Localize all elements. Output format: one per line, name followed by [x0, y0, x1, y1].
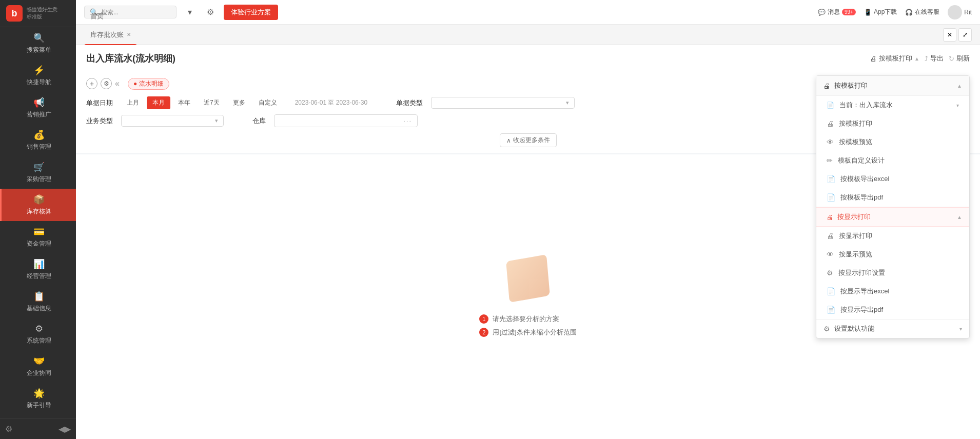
sidebar: b 畅捷通好生意 标准版 🔍搜索菜单⚡快捷导航📢营销推广💰销售管理🛒采购管理📦库…: [0, 0, 76, 439]
tabbar-actions: ✕ ⤢: [943, 28, 972, 42]
online-service-button[interactable]: 🎧 在线客服: [905, 8, 939, 16]
sidebar-item-operation[interactable]: 📊经营管理: [0, 253, 76, 286]
dropdown-item-preview_display[interactable]: 👁按显示预览: [816, 245, 969, 264]
sidebar-item-inventory[interactable]: 📦库存核算: [0, 189, 76, 221]
app-name: 畅捷通好生意 标准版: [27, 6, 57, 21]
sidebar-item-purchase[interactable]: 🛒采购管理: [0, 156, 76, 189]
empty-icon-box: [506, 254, 550, 303]
app-download-icon: 📱: [864, 9, 872, 16]
dropdown-item-label: 模板自定义设计: [838, 156, 885, 165]
headset-icon: 🎧: [905, 9, 913, 16]
filter-tag-icon: ●: [133, 80, 137, 87]
sidebar-item-label: 基础信息: [27, 304, 51, 313]
sidebar-item-finance[interactable]: 💳资金管理: [0, 221, 76, 253]
refresh-button[interactable]: ↻ 刷新: [949, 54, 970, 63]
export_pdf_display-icon: 📄: [827, 306, 835, 314]
selected-filter-display: ● 流水明细: [128, 78, 169, 90]
sidebar-item-appcenter[interactable]: 🔲应用中心: [0, 415, 76, 418]
search-icon: 🔍: [33, 32, 45, 44]
filter-collapse-button[interactable]: «: [115, 79, 120, 88]
sidebar-settings-icon[interactable]: ⚙: [5, 424, 12, 434]
topbar: 🔍 ▾ ⚙ 体验行业方案 💬 消息 99+ 📱 App下载 🎧 在线客服 Rit: [76, 0, 980, 25]
close-all-tabs-button[interactable]: ✕: [943, 28, 956, 42]
filter-settings-button[interactable]: ⚙: [101, 78, 112, 89]
print_display-icon: 🖨: [827, 232, 834, 240]
marketing-icon: 📢: [33, 97, 45, 108]
print_settings_display-icon: ⚙: [827, 269, 833, 277]
sidebar-collapse-icon[interactable]: ◀▶: [58, 424, 71, 434]
expand-tabs-button[interactable]: ⤢: [958, 28, 972, 42]
dropdown-item-print_settings_display[interactable]: ⚙按显示打印设置: [816, 264, 969, 282]
preview_display-icon: 👁: [827, 250, 834, 258]
topbar-settings-icon[interactable]: ⚙: [203, 5, 218, 19]
sidebar-item-basic[interactable]: 📋基础信息: [0, 286, 76, 318]
dropdown-item-label: 按模板打印: [839, 119, 872, 128]
sidebar-item-guide[interactable]: 🌟新手引导: [0, 383, 76, 415]
date-filter-tag-current_year[interactable]: 本年: [172, 96, 196, 109]
printer-icon: 🖨: [870, 55, 877, 63]
page-actions: 🖨 按模板打印 ▲ ⤴ 导出 ↻ 刷新 🖨: [870, 54, 970, 63]
dropdown-item-print_display[interactable]: 🖨按显示打印: [816, 227, 969, 245]
guide-icon: 🌟: [33, 388, 45, 399]
topbar-dropdown-icon[interactable]: ▾: [183, 5, 197, 19]
warehouse-select[interactable]: ···: [274, 114, 418, 127]
date-filter-tag-more[interactable]: 更多: [227, 96, 251, 109]
step-1-number: 1: [479, 314, 488, 324]
sidebar-item-quick[interactable]: ⚡快捷导航: [0, 59, 76, 92]
export-button[interactable]: ⤴ 导出: [925, 54, 944, 63]
dropdown-item-export_excel_display[interactable]: 📄按显示导出excel: [816, 282, 969, 301]
tab-close-icon[interactable]: ✕: [127, 32, 131, 37]
template-items-list: 🖨按模板打印👁按模板预览✏模板自定义设计📄按模板导出excel📄按模板导出pdf: [816, 114, 969, 207]
biz-type-select[interactable]: ▾: [121, 115, 224, 127]
print-dropdown-panel: 🖨 按模板打印 ▲ 📄 当前：出入库流水 ▾ 🖨按模板打印👁按模板预览✏模板自定…: [816, 75, 970, 338]
date-filter-tag-last_7[interactable]: 近7天: [198, 96, 225, 109]
dropdown-footer[interactable]: ⚙ 设置默认功能 ▾: [816, 319, 969, 338]
sidebar-item-label: 系统管理: [27, 336, 51, 345]
basic-icon: 📋: [33, 291, 45, 302]
content-area: 出入库流水(流水明细) 🖨 按模板打印 ▲ ⤴ 导出 ↻ 刷新: [76, 45, 980, 439]
tab-home[interactable]: 首页: [84, 7, 137, 26]
industry-solution-button[interactable]: 体验行业方案: [224, 5, 278, 20]
footer-chevron: ▾: [959, 326, 962, 332]
sidebar-item-search[interactable]: 🔍搜索菜单: [0, 27, 76, 59]
tab-batch[interactable]: 库存批次账✕: [84, 26, 137, 44]
sidebar-item-cooperation[interactable]: 🤝企业协同: [0, 350, 76, 383]
sidebar-item-label: 新手引导: [27, 401, 51, 410]
topbar-right: 💬 消息 99+ 📱 App下载 🎧 在线客服 Rit: [818, 5, 972, 19]
date-range-display: 2023-06-01 至 2023-06-30: [295, 98, 367, 107]
sidebar-item-sales[interactable]: 💰销售管理: [0, 124, 76, 156]
current-template-chevron: ▾: [956, 103, 959, 108]
sidebar-footer: ⚙ ◀▶: [0, 418, 76, 439]
app-download-button[interactable]: 📱 App下载: [864, 8, 897, 16]
display-print-submenu-header[interactable]: 🖨 按显示打印 ▲: [816, 207, 969, 227]
dropdown-current-item[interactable]: 📄 当前：出入库流水 ▾: [816, 96, 969, 114]
dropdown-item-label: 按显示预览: [839, 250, 872, 259]
sidebar-item-system[interactable]: ⚙系统管理: [0, 318, 76, 350]
message-button[interactable]: 💬 消息 99+: [818, 8, 856, 16]
dropdown-item-preview_template[interactable]: 👁按模板预览: [816, 133, 969, 151]
warehouse-select-more: ···: [403, 117, 412, 125]
dropdown-item-label: 按模板导出excel: [840, 174, 889, 184]
dropdown-item-print_template[interactable]: 🖨按模板打印: [816, 114, 969, 133]
date-filter-tag-custom[interactable]: 自定义: [253, 96, 283, 109]
print-template-button[interactable]: 🖨 按模板打印 ▲: [870, 54, 919, 63]
dropdown-item-custom_template[interactable]: ✏模板自定义设计: [816, 151, 969, 170]
collapse-more-button[interactable]: ∧ 收起更多条件: [500, 133, 557, 147]
add-filter-button[interactable]: +: [86, 78, 97, 89]
dropdown-collapse-icon[interactable]: ▲: [957, 83, 962, 89]
dropdown-item-export_pdf_template[interactable]: 📄按模板导出pdf: [816, 188, 969, 207]
chevron-up-icon: ∧: [506, 137, 511, 144]
date-filter-tag-current_month[interactable]: 本月: [147, 96, 170, 109]
dropdown-item-export_pdf_display[interactable]: 📄按显示导出pdf: [816, 301, 969, 319]
filter-doctype-label: 单据类型: [396, 98, 423, 108]
dropdown-header[interactable]: 🖨 按模板打印 ▲: [816, 76, 969, 96]
selected-filter-tag[interactable]: ● 流水明细: [128, 78, 169, 90]
sidebar-item-marketing[interactable]: 📢营销推广: [0, 92, 76, 124]
date-filter-tags: 上月本月本年近7天更多自定义: [121, 96, 283, 109]
filter-biztype-label: 业务类型: [86, 116, 113, 126]
user-avatar[interactable]: Rit: [948, 5, 972, 19]
doc-type-select[interactable]: ▾: [431, 97, 575, 109]
sidebar-nav: 🔍搜索菜单⚡快捷导航📢营销推广💰销售管理🛒采购管理📦库存核算💳资金管理📊经营管理…: [0, 27, 76, 418]
date-filter-tag-prev_month[interactable]: 上月: [121, 96, 145, 109]
dropdown-item-export_excel_template[interactable]: 📄按模板导出excel: [816, 170, 969, 188]
